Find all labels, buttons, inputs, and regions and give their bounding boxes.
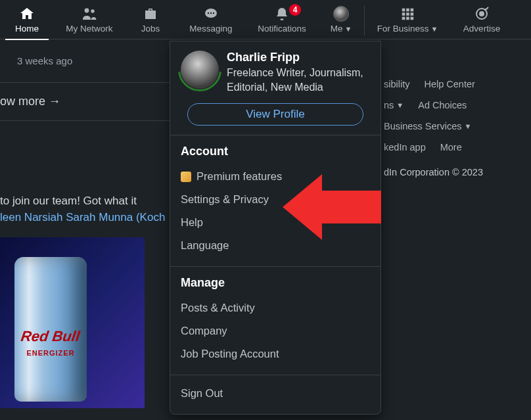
svg-rect-6	[402, 9, 405, 12]
nav-label: Notifications	[258, 24, 306, 34]
footer-app[interactable]: kedIn app	[384, 142, 426, 152]
bell-icon	[274, 5, 290, 22]
chat-icon	[202, 5, 219, 22]
menu-job-posting[interactable]: Job Posting Account	[181, 342, 370, 365]
dropdown-account-section: Account Premium features Settings & Priv…	[170, 135, 381, 266]
post-body-fragment: to join our team! Got what it leen Narsi…	[0, 121, 170, 225]
svg-point-3	[208, 12, 209, 14]
post-timestamp: 3 weeks ago	[0, 39, 170, 82]
footer-terms[interactable]: ns ▼	[384, 100, 404, 110]
section-heading-manage: Manage	[181, 276, 370, 290]
nav-advertise[interactable]: Advertise	[450, 4, 513, 34]
nav-label: For Business▼	[377, 24, 438, 34]
svg-rect-7	[406, 9, 409, 12]
svg-rect-11	[411, 12, 414, 16]
svg-point-0	[85, 9, 89, 13]
footer-ad-choices[interactable]: Ad Choices	[418, 100, 467, 110]
nav-jobs[interactable]: Jobs	[125, 4, 176, 34]
feed-fragment: 3 weeks ago ow more → to join our team! …	[0, 39, 170, 420]
avatar-icon	[333, 5, 349, 22]
svg-rect-8	[411, 9, 414, 12]
svg-point-16	[480, 12, 484, 16]
caret-down-icon: ▼	[464, 122, 471, 130]
ad-image[interactable]: Red Bull ENERGIZER	[0, 237, 145, 408]
svg-rect-14	[411, 17, 414, 20]
svg-point-4	[210, 12, 212, 14]
nav-home[interactable]: Home	[0, 4, 54, 34]
briefcase-icon	[143, 5, 158, 22]
nav-label: Me▼	[331, 24, 352, 34]
view-profile-button[interactable]: View Profile	[187, 103, 363, 126]
nav-notifications[interactable]: 4 Notifications	[246, 4, 318, 34]
menu-label: Premium features	[196, 170, 282, 183]
product-can: Red Bull ENERGIZER	[14, 257, 87, 402]
me-dropdown: Charlie Fripp Freelance Writer, Journali…	[170, 41, 381, 415]
post-link-fragment[interactable]: leen Narsiah Sarah Munna (Koch	[0, 210, 170, 226]
svg-point-1	[91, 9, 94, 12]
brand-logo-text: Red Bull	[20, 328, 81, 345]
target-icon	[474, 5, 490, 22]
footer-copyright: dIn Corporation © 2023	[384, 167, 531, 177]
dropdown-profile-section: Charlie Fripp Freelance Writer, Journali…	[170, 41, 381, 135]
footer-business-services[interactable]: Business Services ▼	[384, 121, 471, 131]
nav-messaging[interactable]: Messaging	[176, 4, 246, 34]
grid-icon	[400, 5, 415, 22]
top-nav: Home My Network Jobs Messaging 4 Notific…	[0, 0, 531, 39]
nav-label: Jobs	[141, 24, 160, 34]
svg-point-5	[213, 12, 214, 14]
menu-premium-features[interactable]: Premium features	[181, 165, 370, 188]
caret-down-icon: ▼	[430, 25, 438, 33]
caret-down-icon: ▼	[396, 101, 404, 109]
post-text-line: to join our team! Got what it	[0, 193, 170, 210]
menu-posts-activity[interactable]: Posts & Activity	[181, 296, 370, 319]
caret-down-icon: ▼	[344, 25, 352, 33]
nav-network[interactable]: My Network	[54, 4, 125, 34]
section-heading-account: Account	[181, 145, 370, 158]
menu-settings-privacy[interactable]: Settings & Privacy	[181, 188, 370, 211]
brand-subtext: ENERGIZER	[26, 349, 74, 357]
nav-business[interactable]: For Business▼	[365, 4, 450, 34]
menu-company[interactable]: Company	[181, 319, 370, 342]
premium-icon	[181, 172, 191, 182]
menu-language[interactable]: Language	[181, 234, 370, 257]
nav-label: Messaging	[189, 24, 232, 34]
menu-help[interactable]: Help	[181, 211, 370, 234]
footer-links: sibility Help Center ns ▼ Ad Choices Bus…	[384, 74, 531, 177]
nav-me[interactable]: Me▼	[318, 4, 364, 34]
nav-label: Advertise	[463, 24, 500, 34]
dropdown-manage-section: Manage Posts & Activity Company Job Post…	[170, 267, 381, 375]
footer-more[interactable]: More	[440, 142, 462, 152]
svg-rect-12	[402, 17, 405, 20]
notification-badge: 4	[289, 4, 301, 16]
nav-label: My Network	[66, 24, 112, 34]
svg-rect-13	[406, 17, 409, 20]
profile-name: Charlie Fripp	[227, 51, 370, 64]
profile-headline: Freelance Writer, Journalism, Editorial,…	[227, 66, 370, 94]
show-more-link[interactable]: ow more →	[0, 83, 170, 120]
footer-accessibility[interactable]: sibility	[384, 79, 409, 89]
nav-label: Home	[15, 24, 39, 34]
svg-rect-9	[402, 12, 405, 16]
svg-rect-10	[406, 12, 409, 16]
people-icon	[80, 5, 99, 22]
profile-avatar[interactable]	[181, 51, 219, 89]
menu-sign-out[interactable]: Sign Out	[181, 382, 370, 405]
footer-help-center[interactable]: Help Center	[424, 79, 474, 89]
home-icon	[18, 5, 35, 22]
